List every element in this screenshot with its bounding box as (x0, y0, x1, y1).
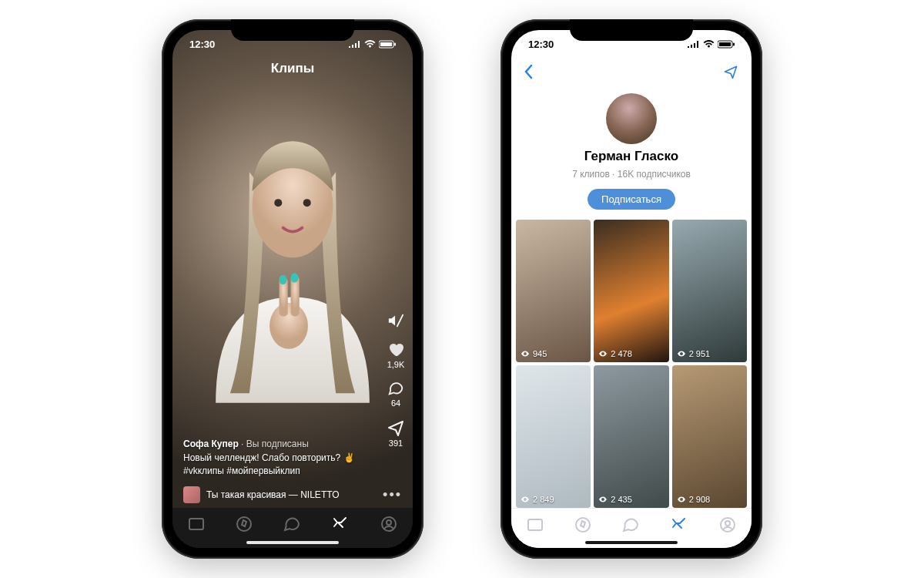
tab-profile[interactable] (718, 516, 737, 537)
svg-rect-9 (380, 42, 392, 46)
svg-point-22 (725, 521, 730, 526)
clip-thumbnail[interactable]: 2 908 (672, 365, 747, 508)
video-content (196, 114, 389, 422)
track-thumbnail[interactable] (183, 486, 200, 503)
subscribe-button[interactable]: Подписаться (588, 189, 675, 210)
phone-notch (570, 19, 693, 41)
caption-line-1: Новый челлендж! Слабо повторить? ✌️ (183, 452, 367, 463)
tab-clips[interactable] (669, 516, 689, 537)
tab-discover[interactable] (574, 516, 592, 537)
track-title[interactable]: Ты такая красивая — NILETTO (206, 489, 340, 500)
svg-rect-19 (528, 519, 542, 530)
avatar[interactable] (606, 93, 657, 144)
feed-title: Клипы (172, 61, 413, 76)
tab-discover[interactable] (235, 515, 253, 536)
view-count: 2 849 (533, 495, 554, 504)
svg-point-2 (303, 199, 311, 207)
profile-name: Герман Гласко (584, 149, 678, 164)
more-button[interactable]: ••• (383, 487, 402, 503)
action-column: 1,9K 64 391 (387, 312, 405, 448)
clip-thumbnail[interactable]: 945 (516, 220, 591, 362)
view-count: 2 951 (689, 349, 711, 358)
cell-signal-icon (349, 40, 361, 48)
subscribed-label: Вы подписаны (246, 439, 309, 449)
svg-rect-12 (189, 519, 203, 529)
share-count: 391 (389, 439, 403, 448)
clips-grid: 945 2 478 2 951 2 849 2 435 2 908 (516, 220, 747, 508)
svg-point-13 (237, 517, 251, 531)
tab-messages[interactable] (621, 516, 640, 537)
svg-point-7 (291, 273, 299, 282)
svg-point-3 (270, 303, 308, 349)
clock: 12:30 (528, 39, 554, 50)
tab-clips[interactable] (330, 515, 350, 536)
wifi-icon (703, 40, 715, 49)
view-count: 945 (533, 349, 547, 358)
tab-news[interactable] (526, 516, 544, 537)
svg-point-1 (274, 199, 282, 207)
share-profile-button[interactable] (722, 64, 739, 82)
phone-feed: 12:30 Клипы 1,9K 64 (162, 19, 424, 559)
comment-count: 64 (391, 398, 400, 408)
svg-point-20 (576, 518, 590, 532)
svg-rect-17 (719, 42, 731, 46)
mute-button[interactable] (387, 312, 404, 329)
svg-rect-10 (394, 42, 396, 45)
phone-notch (231, 19, 354, 41)
clip-thumbnail[interactable]: 2 435 (594, 365, 668, 508)
profile-stats: 7 клипов · 16K подписчиков (572, 169, 691, 180)
home-indicator[interactable] (585, 541, 678, 544)
clock: 12:30 (189, 39, 215, 50)
home-indicator[interactable] (246, 541, 339, 544)
tab-messages[interactable] (283, 515, 301, 536)
clip-thumbnail[interactable]: 2 478 (594, 220, 668, 362)
view-count: 2 478 (611, 349, 632, 358)
battery-icon (379, 40, 396, 49)
tab-news[interactable] (187, 515, 206, 536)
clip-thumbnail[interactable]: 2 951 (672, 220, 747, 362)
caption-line-2[interactable]: #vkклипы #мойпервыйклип (183, 465, 367, 476)
author-name[interactable]: Софа Купер (183, 439, 239, 449)
share-button[interactable]: 391 (387, 418, 405, 448)
view-count: 2 908 (689, 495, 711, 504)
phone-profile: 12:30 Герман Гласко 7 клипов · 16K подпи… (500, 19, 762, 559)
battery-icon (718, 40, 735, 49)
tab-profile[interactable] (380, 515, 398, 536)
back-button[interactable] (524, 64, 534, 82)
caption-area: Софа Купер · Вы подписаны Новый челлендж… (183, 439, 367, 479)
like-button[interactable]: 1,9K (387, 340, 405, 369)
svg-line-11 (397, 315, 403, 327)
clip-thumbnail[interactable]: 2 849 (516, 365, 591, 508)
svg-point-6 (280, 275, 287, 284)
wifi-icon (364, 40, 376, 49)
svg-rect-18 (733, 42, 735, 45)
svg-point-15 (387, 520, 391, 525)
cell-signal-icon (688, 40, 700, 48)
video-surface[interactable]: 12:30 Клипы 1,9K 64 (172, 30, 413, 548)
view-count: 2 435 (611, 495, 632, 504)
comment-button[interactable]: 64 (387, 380, 404, 408)
like-count: 1,9K (387, 360, 405, 369)
